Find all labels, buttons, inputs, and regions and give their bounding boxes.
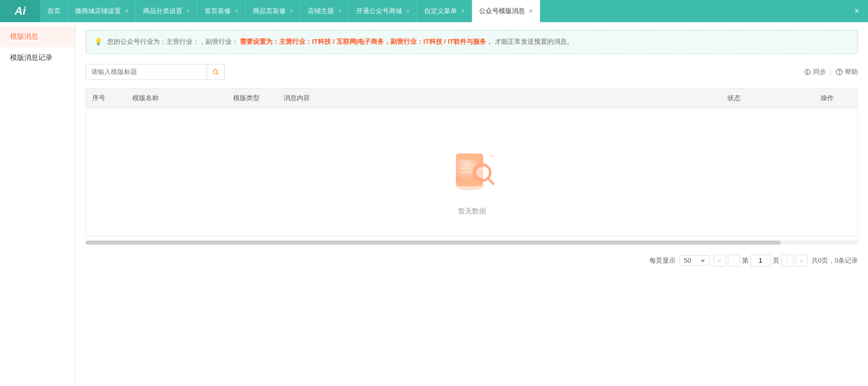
search-button[interactable] — [207, 64, 225, 80]
sync-label: 同步 — [813, 67, 826, 76]
app-logo: Ai — [0, 0, 40, 22]
page-size-value: 50 — [684, 257, 691, 264]
first-page-button[interactable]: « — [714, 255, 726, 267]
page-label: 第 — [742, 256, 749, 265]
notice-suffix: 才能正常发送预置的消息。 — [495, 38, 573, 45]
close-tab-category-settings[interactable]: × — [186, 8, 190, 15]
close-tab-home-decor[interactable]: × — [235, 8, 238, 15]
sidebar-item-template-msg[interactable]: 模版消息 — [0, 26, 75, 47]
svg-point-16 — [489, 151, 491, 153]
col-header-type: 模版类型 — [227, 89, 278, 108]
help-label: 帮助 — [845, 67, 858, 76]
sidebar: 模版消息模版消息记录 — [0, 22, 76, 386]
scroll-thumb[interactable] — [86, 241, 781, 245]
search-bar: 同步 | 帮助 — [86, 64, 858, 80]
top-nav: Ai 首页微商城店铺设置×商品分类设置×首页装修×商品页装修×店铺主题×开通公众… — [0, 0, 868, 22]
search-input[interactable] — [86, 64, 207, 80]
content-area: 💡 您的公众号行业为：主营行业：，副营行业： 需要设置为：主营行业：IT科技 /… — [76, 22, 868, 386]
global-close-button[interactable]: × — [846, 0, 868, 22]
close-tab-open-mall[interactable]: × — [406, 8, 410, 15]
svg-line-13 — [488, 178, 493, 184]
data-table: 序号 模版名称 模版类型 消息内容 状态 操作 — [86, 88, 858, 237]
notice-box: 💡 您的公众号行业为：主营行业：，副营行业： 需要设置为：主营行业：IT科技 /… — [86, 30, 858, 54]
close-tab-template-msg[interactable]: × — [529, 8, 532, 15]
nav-tab-template-msg[interactable]: 公众号模版消息× — [472, 0, 540, 22]
nav-tab-shop-theme[interactable]: 店铺主题× — [301, 0, 349, 22]
main-layout: 模版消息模版消息记录 💡 您的公众号行业为：主营行业：，副营行业： 需要设置为：… — [0, 22, 868, 386]
svg-point-12 — [477, 167, 488, 178]
close-tab-custom-menu[interactable]: × — [461, 8, 464, 15]
horizontal-scrollbar[interactable] — [86, 241, 858, 245]
svg-point-0 — [213, 69, 217, 73]
page-total: 共0页，0条记录 — [812, 256, 858, 265]
close-tab-shop-settings[interactable]: × — [125, 8, 128, 15]
prev-page-button[interactable]: ‹ — [728, 255, 740, 267]
nav-tab-product-decor[interactable]: 商品页装修× — [246, 0, 301, 22]
empty-illustration — [442, 138, 502, 199]
svg-point-3 — [839, 73, 840, 73]
page-unit: 页 — [773, 256, 779, 265]
col-header-content: 消息内容 — [278, 89, 721, 108]
sync-icon — [804, 68, 811, 75]
table-header: 序号 模版名称 模版类型 消息内容 状态 操作 — [86, 89, 857, 108]
close-tab-shop-theme[interactable]: × — [338, 8, 342, 15]
notice-highlight: 需要设置为：主营行业：IT科技 / 互联网|电子商务，副营行业：IT科技 / I… — [240, 38, 493, 45]
help-button[interactable]: 帮助 — [836, 67, 858, 76]
svg-rect-10 — [460, 172, 475, 173]
svg-rect-9 — [460, 168, 473, 169]
page-input[interactable] — [751, 255, 771, 267]
notice-prefix: 您的公众号行业为：主营行业：，副营行业： — [107, 38, 238, 45]
nav-tab-custom-menu[interactable]: 自定义菜单× — [417, 0, 472, 22]
page-size-select[interactable]: 50 — [680, 255, 710, 266]
close-tab-product-decor[interactable]: × — [290, 8, 293, 15]
svg-rect-6 — [456, 153, 483, 160]
svg-line-1 — [217, 73, 219, 74]
nav-tabs: 首页微商城店铺设置×商品分类设置×首页装修×商品页装修×店铺主题×开通公众号商城… — [40, 0, 846, 22]
nav-tab-category-settings[interactable]: 商品分类设置× — [136, 0, 197, 22]
empty-state: 暂无数据 — [86, 108, 857, 236]
col-header-name: 模版名称 — [126, 89, 227, 108]
help-icon — [836, 68, 843, 75]
page-size-label: 每页显示 — [649, 256, 676, 265]
nav-tab-shop-settings[interactable]: 微商城店铺设置× — [68, 0, 136, 22]
notice-icon: 💡 — [94, 38, 102, 45]
last-page-button[interactable]: » — [795, 255, 808, 267]
search-left — [86, 64, 225, 80]
nav-tab-home-decor[interactable]: 首页装修× — [197, 0, 246, 22]
svg-rect-8 — [460, 164, 476, 165]
col-header-status: 状态 — [721, 89, 797, 108]
next-page-button[interactable]: › — [781, 255, 793, 267]
sync-button[interactable]: 同步 — [804, 67, 826, 76]
divider: | — [830, 68, 832, 75]
pagination: 每页显示 50 « ‹ 第 页 › » 共0页，0条记录 — [86, 249, 858, 269]
col-header-seq: 序号 — [86, 89, 126, 108]
col-header-action: 操作 — [797, 89, 857, 108]
nav-tab-open-mall[interactable]: 开通公众号商城× — [349, 0, 417, 22]
chevron-down-icon — [700, 258, 705, 263]
search-right: 同步 | 帮助 — [804, 67, 858, 76]
page-navigation: « ‹ 第 页 › » — [714, 255, 808, 267]
svg-point-14 — [491, 155, 494, 158]
svg-point-15 — [495, 159, 497, 161]
empty-text: 暂无数据 — [458, 207, 486, 216]
nav-tab-home[interactable]: 首页 — [40, 0, 68, 22]
search-icon — [212, 68, 219, 75]
sidebar-item-template-record[interactable]: 模版消息记录 — [0, 47, 75, 68]
